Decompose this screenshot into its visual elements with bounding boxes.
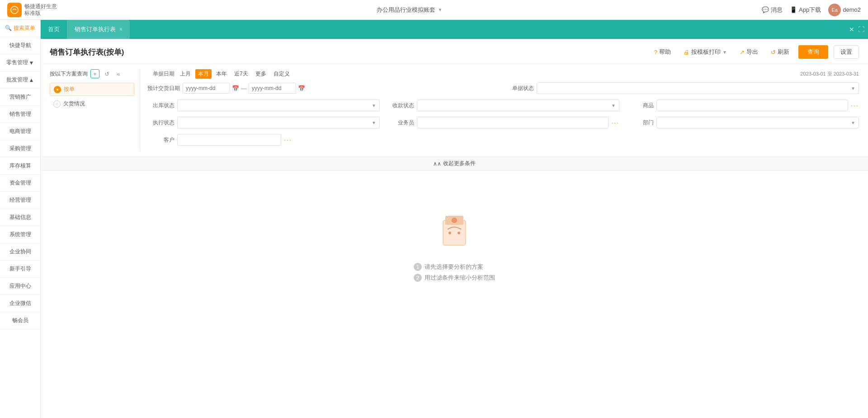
collapse-bar[interactable]: ∧∧ 收起更多条件 <box>41 157 868 171</box>
top-nav-right: 💬 消息 📱 App下载 Ea demo2 <box>762 4 861 16</box>
page-actions: ? 帮助 🖨 按模板打印 ▼ ↗ 导出 ↺ 刷新 <box>651 45 859 59</box>
date-btn-thismonth[interactable]: 本月 <box>195 69 212 79</box>
page-header: 销售订单执行表(按单) ? 帮助 🖨 按模板打印 ▼ ↗ 导出 <box>41 39 868 64</box>
deliverydate-start-input[interactable] <box>183 83 230 94</box>
goods-input[interactable] <box>656 100 848 111</box>
sidebar-item-retail[interactable]: 零售管理 ▼ <box>0 54 40 71</box>
filter-field-dept: 部门 ▼ <box>627 117 859 128</box>
user-profile-nav-item[interactable]: Ea demo2 <box>828 4 861 16</box>
deliverydate-end-icon[interactable]: 📅 <box>298 85 305 92</box>
sidebar-item-wechat[interactable]: 企业微信 <box>0 295 40 312</box>
print-button[interactable]: 🖨 按模板打印 ▼ <box>680 46 731 58</box>
goods-more-icon[interactable]: ··· <box>851 102 859 109</box>
sidebar-item-vip[interactable]: 畅会员 <box>0 312 40 329</box>
page-content: 销售订单执行表(按单) ? 帮助 🖨 按模板打印 ▼ ↗ 导出 <box>41 39 868 418</box>
sidebar-item-marketing[interactable]: 营销推广 <box>0 89 40 106</box>
sidebar-item-enterprise[interactable]: 企业协同 <box>0 243 40 261</box>
docdate-range-text: 2023-03-01 至 2023-03-31 <box>800 71 859 77</box>
empty-illustration <box>432 207 477 252</box>
refresh-button[interactable]: ↺ 刷新 <box>767 46 793 58</box>
message-nav-item[interactable]: 💬 消息 <box>762 6 783 14</box>
sidebar-item-purchase[interactable]: 采购管理 <box>0 140 40 157</box>
sidebar-item-wholesale[interactable]: 批发管理 ▲ <box>0 71 40 89</box>
filter-field-docdate: 单据日期 上月 本月 本年 近7天 更多 自定义 <box>147 69 791 79</box>
export-button[interactable]: ↗ 导出 <box>736 46 762 58</box>
refresh-plan-icon[interactable]: ↺ <box>102 69 111 78</box>
docstatus-select[interactable] <box>537 82 859 94</box>
breadcrumb-arrow-icon[interactable]: ▼ <box>438 7 443 12</box>
salesperson-input[interactable] <box>417 117 609 128</box>
settings-button[interactable]: 设置 <box>834 45 859 59</box>
sidebar-item-appcenter[interactable]: 应用中心 <box>0 278 40 295</box>
date-btn-lastmonth[interactable]: 上月 <box>177 69 193 79</box>
date-quick-buttons: 上月 本月 本年 近7天 更多 自定义 <box>177 69 292 79</box>
app-download-nav-item[interactable]: 📱 App下载 <box>790 6 821 14</box>
plan-item-shortage[interactable]: ○ 欠货情况 <box>50 98 134 110</box>
tab-home[interactable]: 首页 <box>41 20 67 39</box>
plan-item-byorder[interactable]: ● 按单 <box>50 83 134 96</box>
filter-field-docstatus: 单据状态 ▼ <box>507 82 859 94</box>
outbound-select-wrap: ▼ <box>177 100 380 111</box>
svg-point-4 <box>448 232 451 234</box>
empty-hint-2: 2 用过滤条件来缩小分析范围 <box>414 274 495 282</box>
dept-select-wrap: ▼ <box>656 117 859 128</box>
svg-point-0 <box>11 6 18 14</box>
help-button[interactable]: ? 帮助 <box>651 46 675 58</box>
filter-plan-header: 按以下方案查询 + ↺ « <box>50 69 134 78</box>
date-btn-thisyear[interactable]: 本年 <box>213 69 230 79</box>
outbound-select[interactable] <box>177 100 380 111</box>
sidebar-item-system[interactable]: 系统管理 <box>0 226 40 243</box>
breadcrumb: 办公用品行业模拟账套 ▼ <box>377 6 443 14</box>
close-window-icon[interactable]: ✕ <box>849 26 854 33</box>
tab-active-sales-order[interactable]: 销售订单执行表 × <box>67 20 130 39</box>
sidebar-item-newuser[interactable]: 新手引导 <box>0 261 40 278</box>
add-plan-icon[interactable]: + <box>90 69 99 78</box>
sidebar-item-inventory[interactable]: 库存核算 <box>0 157 40 175</box>
execstatus-select-wrap: ▼ <box>177 117 380 128</box>
sidebar-item-base[interactable]: 基础信息 <box>0 209 40 226</box>
date-btn-custom[interactable]: 自定义 <box>271 69 292 79</box>
sidebar-item-quicknav[interactable]: 快捷导航 <box>0 37 40 54</box>
sidebar-search[interactable]: 🔍 搜索菜单 <box>0 20 40 37</box>
filter-field-outbound: 出库状态 ▼ <box>147 100 380 111</box>
logo-text: 畅捷通好生意 标准版 <box>24 3 57 16</box>
message-icon: 💬 <box>762 6 769 13</box>
salesperson-more-icon[interactable]: ··· <box>611 119 619 126</box>
help-icon: ? <box>654 49 657 56</box>
receipt-select[interactable] <box>417 100 619 111</box>
filter-row-3: 执行状态 ▼ 业务员 ··· <box>147 117 859 128</box>
svg-point-5 <box>458 232 460 234</box>
empty-state: 1 请先选择要分析的方案 2 用过滤条件来缩小分析范围 <box>41 171 868 318</box>
refresh-icon: ↺ <box>771 49 776 56</box>
query-button[interactable]: 查询 <box>798 45 828 59</box>
deliverydate-start-icon[interactable]: 📅 <box>232 85 239 92</box>
empty-hint-container: 1 请先选择要分析的方案 2 用过滤条件来缩小分析范围 <box>414 263 495 282</box>
tab-close-icon[interactable]: × <box>119 26 123 33</box>
customer-more-icon[interactable]: ··· <box>284 136 292 143</box>
expand-window-icon[interactable]: ⛶ <box>858 26 864 33</box>
receipt-select-wrap: ▼ <box>417 100 619 111</box>
sidebar-group-wholesale: 批发管理 ▲ <box>0 71 40 89</box>
app-icon: 📱 <box>790 6 797 13</box>
search-icon: 🔍 <box>5 25 12 31</box>
sidebar-item-finance[interactable]: 资金管理 <box>0 175 40 192</box>
filter-fields-panel: 单据日期 上月 本月 本年 近7天 更多 自定义 <box>140 69 859 151</box>
sidebar-item-operations[interactable]: 经营管理 <box>0 192 40 209</box>
wholesale-expand-icon: ▲ <box>29 77 34 83</box>
svg-point-3 <box>452 218 457 223</box>
main-layout: 🔍 搜索菜单 快捷导航 零售管理 ▼ 批发管理 ▲ 营销推广 销售管理 电商管理 <box>0 20 868 418</box>
sidebar-item-ecommerce[interactable]: 电商管理 <box>0 123 40 140</box>
docstatus-label: 单据状态 <box>507 85 534 92</box>
goods-label: 商品 <box>627 102 654 109</box>
customer-input[interactable] <box>177 134 281 146</box>
collapse-plan-icon[interactable]: « <box>114 69 123 78</box>
date-btn-more[interactable]: 更多 <box>253 69 269 79</box>
deliverydate-end-input[interactable] <box>249 83 296 94</box>
docstatus-select-wrap: ▼ <box>537 82 859 94</box>
filter-plan-panel: 按以下方案查询 + ↺ « ● 按单 ○ 欠货情况 <box>50 69 140 151</box>
dept-select[interactable] <box>656 117 859 128</box>
date-btn-last7days[interactable]: 近7天 <box>231 69 251 79</box>
sidebar-item-sales[interactable]: 销售管理 <box>0 106 40 123</box>
filter-field-execstatus: 执行状态 ▼ <box>147 117 380 128</box>
execstatus-select[interactable] <box>177 117 380 128</box>
